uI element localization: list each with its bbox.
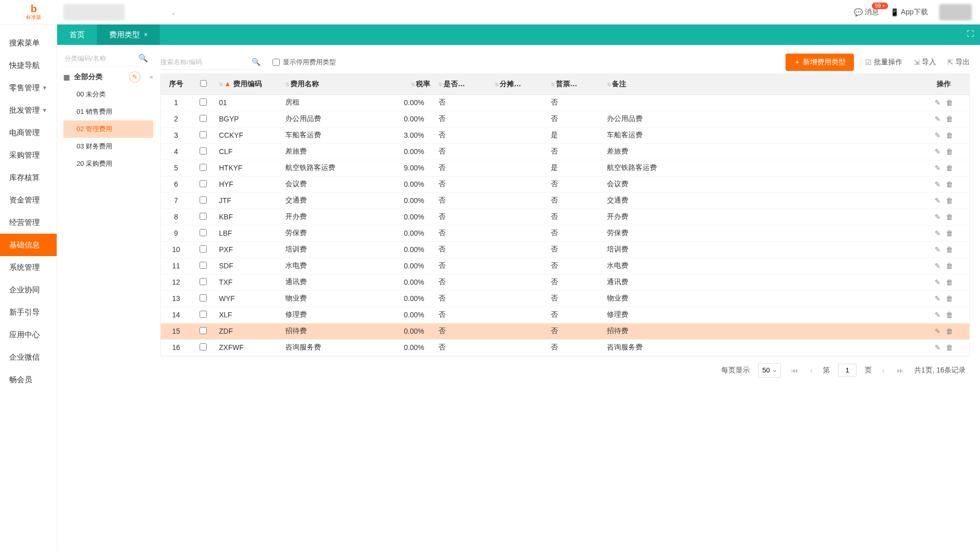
category-item[interactable]: 02 管理费用 [63, 120, 153, 138]
search-input[interactable] [160, 55, 262, 70]
row-checkbox[interactable] [200, 180, 207, 187]
sidebar-item[interactable]: 应用中心 [0, 323, 57, 346]
sidebar-item[interactable]: 采购管理 [0, 144, 57, 166]
edit-row-icon[interactable]: ✎ [935, 327, 941, 335]
row-checkbox[interactable] [200, 294, 207, 302]
edit-row-icon[interactable]: ✎ [935, 131, 941, 139]
table-row[interactable]: 3CCKYF车船客运费3.00%否是车船客运费✎🗑 [161, 127, 969, 143]
cell-check[interactable] [191, 111, 215, 127]
search-icon[interactable]: 🔍 [138, 54, 148, 63]
cell-check[interactable] [191, 127, 215, 143]
check-all-input[interactable] [200, 80, 207, 87]
row-checkbox[interactable] [200, 245, 207, 253]
col-seq[interactable]: 序号 [161, 74, 191, 94]
table-row[interactable]: 8KBF开办费0.00%否否开办费✎🗑 [161, 209, 969, 225]
col-invoice[interactable]: ⇅普票… [547, 74, 603, 94]
row-checkbox[interactable] [200, 343, 207, 350]
delete-row-icon[interactable]: 🗑 [946, 294, 953, 303]
cell-check[interactable] [191, 274, 215, 290]
col-isct[interactable]: ⇅是否… [434, 74, 491, 94]
sidebar-item[interactable]: 快捷导航 [0, 54, 57, 77]
col-check-all[interactable] [191, 74, 215, 94]
row-checkbox[interactable] [200, 131, 207, 138]
edit-row-icon[interactable]: ✎ [935, 213, 941, 221]
delete-row-icon[interactable]: 🗑 [946, 229, 953, 237]
row-checkbox[interactable] [200, 98, 207, 106]
edit-row-icon[interactable]: ✎ [935, 180, 941, 188]
col-code[interactable]: ⇅▲ 费用编码 [215, 74, 281, 94]
delete-row-icon[interactable]: 🗑 [946, 278, 953, 286]
edit-row-icon[interactable]: ✎ [935, 98, 941, 107]
row-checkbox[interactable] [200, 115, 207, 122]
sidebar-item[interactable]: 基础信息 [0, 234, 57, 256]
sidebar-item[interactable]: 库存核算 [0, 166, 57, 189]
pager-prev-icon[interactable]: ‹ [808, 366, 815, 374]
table-row[interactable]: 4CLF差旅费0.00%否否差旅费✎🗑 [161, 143, 969, 160]
show-disabled-checkbox[interactable]: 显示停用费用类型 [273, 58, 336, 67]
col-name[interactable]: ⇅费用名称 [281, 74, 383, 94]
row-checkbox[interactable] [200, 278, 207, 285]
delete-row-icon[interactable]: 🗑 [946, 115, 953, 123]
category-item[interactable]: 20 采购费用 [63, 155, 153, 172]
col-share[interactable]: ⇅分摊… [491, 74, 547, 94]
delete-row-icon[interactable]: 🗑 [946, 327, 953, 335]
delete-row-icon[interactable]: 🗑 [946, 245, 953, 254]
sidebar-item[interactable]: 零售管理▼ [0, 77, 57, 99]
search-icon[interactable]: 🔍 [252, 58, 260, 66]
category-item[interactable]: 00 未分类 [63, 86, 153, 103]
table-row[interactable]: 15ZDF招待费0.00%否否招待费✎🗑 [161, 323, 969, 339]
export-button[interactable]: ⇱导出 [947, 58, 970, 67]
cell-check[interactable] [191, 160, 215, 176]
table-row[interactable]: 7JTF交通费0.00%否否交通费✎🗑 [161, 192, 969, 209]
edit-category-icon[interactable]: ✎ [129, 71, 140, 83]
cell-check[interactable] [191, 241, 215, 258]
cell-check[interactable] [191, 307, 215, 323]
edit-row-icon[interactable]: ✎ [935, 311, 941, 319]
delete-row-icon[interactable]: 🗑 [946, 98, 953, 107]
sidebar-item[interactable]: 新手引导 [0, 301, 57, 323]
show-disabled-input[interactable] [273, 59, 280, 66]
cell-check[interactable] [191, 290, 215, 307]
add-fee-type-button[interactable]: ＋ 新增费用类型 [786, 54, 854, 71]
edit-row-icon[interactable]: ✎ [935, 245, 941, 254]
delete-row-icon[interactable]: 🗑 [946, 262, 953, 270]
table-row[interactable]: 2BGYP办公用品费0.00%否否办公用品费✎🗑 [161, 111, 969, 127]
sidebar-item[interactable]: 系统管理 [0, 256, 57, 279]
cell-check[interactable] [191, 323, 215, 339]
sidebar-item[interactable]: 企业微信 [0, 346, 57, 368]
table-row[interactable]: 5HTKYF航空铁路客运费9.00%否是航空铁路客运费✎🗑 [161, 160, 969, 176]
cell-check[interactable] [191, 339, 215, 356]
pager-last-icon[interactable]: ⏭ [895, 366, 906, 374]
col-remark[interactable]: ⇅备注 [603, 74, 918, 94]
close-tab-icon[interactable]: × [144, 31, 148, 38]
delete-row-icon[interactable]: 🗑 [946, 311, 953, 319]
delete-row-icon[interactable]: 🗑 [946, 196, 953, 205]
edit-row-icon[interactable]: ✎ [935, 196, 941, 205]
table-row[interactable]: 16ZXFWF咨询服务费0.00%否否咨询服务费✎🗑 [161, 339, 969, 356]
row-checkbox[interactable] [200, 229, 207, 236]
pager-first-icon[interactable]: ⏮ [789, 366, 800, 374]
user-avatar-blur[interactable] [939, 4, 972, 20]
tab-fee-type[interactable]: 费用类型× [97, 24, 160, 45]
row-checkbox[interactable] [200, 327, 207, 334]
cell-check[interactable] [191, 143, 215, 160]
edit-row-icon[interactable]: ✎ [935, 147, 941, 156]
sidebar-item[interactable]: 搜索菜单 [0, 32, 57, 54]
import-button[interactable]: ⇲导入 [914, 58, 936, 67]
cell-check[interactable] [191, 225, 215, 241]
table-row[interactable]: 6HYF会议费0.00%否否会议费✎🗑 [161, 176, 969, 192]
pager-next-icon[interactable]: › [880, 366, 887, 374]
cell-check[interactable] [191, 94, 215, 111]
edit-row-icon[interactable]: ✎ [935, 229, 941, 237]
fullscreen-icon[interactable]: ⛶ [967, 30, 974, 38]
all-categories-label[interactable]: 全部分类 [74, 72, 103, 82]
category-item[interactable]: 03 财务费用 [63, 138, 153, 155]
edit-row-icon[interactable]: ✎ [935, 115, 941, 123]
col-rate[interactable]: ⇅税率 [383, 74, 434, 94]
messages-link[interactable]: 💬 消息 99 + [854, 8, 879, 17]
sidebar-item[interactable]: 畅会员 [0, 368, 57, 391]
table-row[interactable]: 14XLF修理费0.00%否否修理费✎🗑 [161, 307, 969, 323]
delete-row-icon[interactable]: 🗑 [946, 213, 953, 221]
sidebar-item[interactable]: 企业协同 [0, 279, 57, 301]
table-row[interactable]: 101房租0.00%否否✎🗑 [161, 94, 969, 111]
